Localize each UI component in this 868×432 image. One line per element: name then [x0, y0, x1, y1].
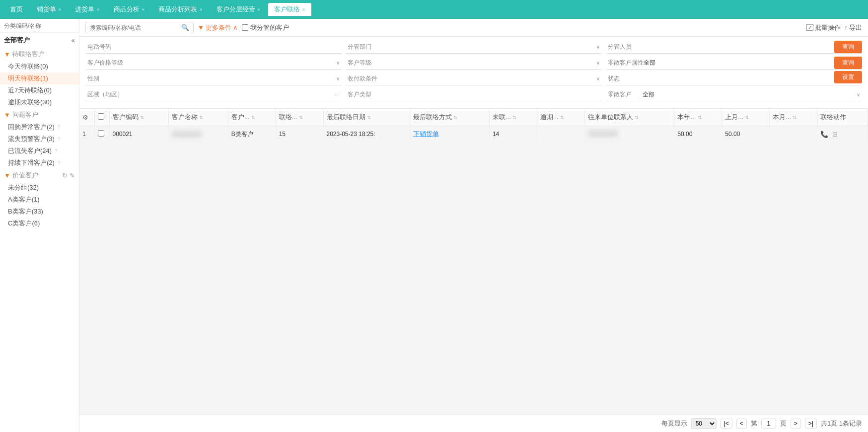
close-icon[interactable]: ×: [257, 6, 260, 12]
query-btn[interactable]: 查询: [834, 41, 862, 53]
nav-product-analysis-list[interactable]: 商品分析列表 ×: [152, 3, 208, 16]
nav-home[interactable]: 首页: [4, 3, 29, 16]
filter-customer-level: 客户等级 ∨: [346, 57, 602, 70]
grid-icon[interactable]: ⊞: [832, 131, 838, 138]
sidebar-item-overdue[interactable]: 逾期未联络(30): [0, 96, 79, 108]
sidebar-item-tomorrow[interactable]: 明天待联络(1): [0, 72, 79, 84]
all-customers-header[interactable]: 全部客户 «: [0, 33, 79, 48]
td-index: 1: [79, 126, 94, 143]
filter-retail-customer: 零散客户 全部 ∨: [606, 88, 862, 101]
refresh-icon[interactable]: ↻: [62, 172, 68, 179]
setting-button[interactable]: 设置: [834, 71, 862, 83]
filter-row-2: 客户价格等级 ∨ 客户等级 ∨ 零散客户属性 全部 ∨: [85, 57, 862, 70]
sidebar-item-ungroup[interactable]: 未分组(32): [0, 182, 79, 194]
settings-icon[interactable]: ⚙: [82, 114, 88, 121]
sidebar-item-week7[interactable]: 近7天待联络(0): [0, 84, 79, 96]
collapse-icon[interactable]: «: [71, 36, 75, 44]
sidebar-item-class-a[interactable]: A类客户(1): [0, 194, 79, 206]
filter-dept-label: 分管部门: [348, 43, 382, 51]
prev-page-btn[interactable]: <: [736, 419, 747, 429]
filter-retail-attr-label: 零散客户属性: [608, 59, 644, 67]
last-page-btn[interactable]: >|: [805, 419, 817, 429]
filter-price-label: 客户价格等级: [87, 59, 123, 67]
th-overdue[interactable]: 逾期... ⇅: [537, 109, 584, 126]
close-icon[interactable]: ×: [58, 6, 61, 12]
nav-purchase[interactable]: 进货单 ×: [69, 3, 105, 16]
chevron-down-icon[interactable]: ∨: [857, 92, 860, 97]
all-customers-label: 全部客户: [4, 36, 30, 45]
select-all-checkbox[interactable]: [98, 113, 104, 120]
nav-customer-tier[interactable]: 客户分层经营 ×: [211, 3, 266, 16]
first-page-btn[interactable]: |<: [721, 419, 732, 429]
th-uncontacted[interactable]: 未联... ⇅: [489, 109, 537, 126]
export-btn[interactable]: ↑ 导出: [845, 23, 863, 32]
sidebar-item-repurchase-abnormal[interactable]: 回购异常客户(2) ?: [0, 121, 79, 133]
search-box: 🔍: [85, 22, 194, 33]
customer-name[interactable]: Ea: [172, 131, 202, 138]
nav-sales[interactable]: 销货单 ×: [31, 3, 67, 16]
more-icon[interactable]: ···: [334, 91, 340, 98]
td-action: 📞 ⊞: [817, 126, 868, 143]
sort-icon: ⇅: [140, 115, 144, 120]
close-icon[interactable]: ×: [142, 6, 145, 12]
sidebar-item-class-b[interactable]: B类客户(33): [0, 206, 79, 217]
sidebar-item-class-c[interactable]: C类客户(6): [0, 217, 79, 229]
search-input[interactable]: [90, 24, 179, 31]
sidebar-item-churn-warning[interactable]: 流失预警客户(3) ?: [0, 133, 79, 145]
my-customers-checkbox-input[interactable]: [242, 24, 248, 31]
nav-product-analysis[interactable]: 商品分析 ×: [108, 3, 150, 16]
phone-icon[interactable]: 📞: [820, 131, 828, 138]
sidebar-item-declining[interactable]: 持续下滑客户(2) ?: [0, 157, 79, 169]
chevron-up-icon: ∧: [233, 24, 238, 31]
th-code[interactable]: 客户编码 ⇅: [109, 109, 169, 126]
page-number-input[interactable]: [761, 419, 776, 429]
filter-region: 区域（地区） ···: [85, 88, 342, 101]
chevron-down-icon[interactable]: ∨: [336, 76, 340, 81]
filter-phone-label: 电话号码: [87, 43, 122, 51]
edit-icon[interactable]: ✎: [70, 172, 75, 179]
chevron-down-icon[interactable]: ∨: [336, 60, 340, 66]
filter-icon: ▼: [198, 24, 204, 31]
batch-icon: ✓: [806, 24, 813, 31]
next-page-btn[interactable]: >: [791, 419, 801, 429]
close-icon[interactable]: ×: [302, 6, 305, 12]
sidebar-item-churned[interactable]: 已流失客户(24) ?: [0, 145, 79, 157]
per-page-select[interactable]: 50 100 200: [691, 418, 717, 429]
th-last-month-amount[interactable]: 上月... ⇅: [722, 109, 770, 126]
th-name[interactable]: 客户名称 ⇅: [169, 109, 228, 126]
sort-icon: ⇅: [367, 115, 371, 120]
th-last-contact-method[interactable]: 最后联络方式 ⇅: [410, 109, 489, 126]
td-last-contact-method: 下销货单: [410, 126, 489, 143]
close-icon[interactable]: ×: [96, 6, 99, 12]
sort-icon: ⇅: [453, 115, 457, 120]
th-type[interactable]: 客户... ⇅: [228, 109, 276, 126]
filter-payment-label: 收付款条件: [348, 74, 382, 83]
td-month-amount: [770, 126, 817, 143]
my-customers-checkbox[interactable]: 我分管的客户: [242, 23, 289, 32]
filter-gender-label: 性别: [87, 74, 122, 83]
th-last-contact-date[interactable]: 最后联络日期 ⇅: [323, 109, 410, 126]
th-year-amount[interactable]: 本年... ⇅: [674, 109, 722, 126]
td-contact-person: [584, 126, 674, 143]
sidebar-search-bar: 🔍: [0, 19, 79, 33]
filter-level-label: 客户等级: [348, 59, 382, 67]
sidebar-item-today[interactable]: 今天待联络(0): [0, 61, 79, 72]
close-icon[interactable]: ×: [199, 6, 202, 12]
sidebar: 🔍 全部客户 « ▼ 待联络客户 今天待联络(0) 明天待联络(1) 近7天待联…: [0, 19, 79, 432]
sidebar-search-input[interactable]: [4, 22, 78, 29]
row-checkbox[interactable]: [98, 130, 104, 137]
more-conditions-btn[interactable]: ▼ 更多条件 ∧: [198, 23, 238, 32]
search-icon[interactable]: 🔍: [181, 24, 189, 31]
th-contact-person[interactable]: 往来单位联系人 ⇅: [584, 109, 674, 126]
chevron-down-icon[interactable]: ∨: [596, 76, 600, 81]
toolbar-right: ✓ 批量操作 ↑ 导出: [806, 23, 863, 32]
last-contact-method-link[interactable]: 下销货单: [413, 130, 439, 138]
nav-customer-contact[interactable]: 客户联络 ×: [268, 3, 311, 16]
batch-operation-btn[interactable]: ✓ 批量操作: [806, 23, 841, 32]
th-month-amount[interactable]: 本月... ⇅: [770, 109, 817, 126]
th-contact-count[interactable]: 联络... ⇅: [276, 109, 323, 126]
chevron-down-icon[interactable]: ∨: [596, 44, 600, 50]
td-contact-count: 15: [276, 126, 323, 143]
query-button[interactable]: 查询: [834, 57, 862, 69]
chevron-down-icon[interactable]: ∨: [596, 60, 600, 66]
